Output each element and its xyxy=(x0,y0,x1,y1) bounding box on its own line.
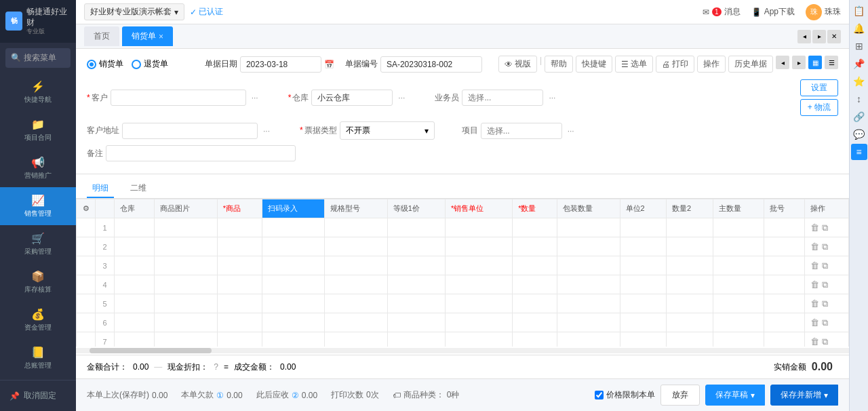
scrollbar-thumb[interactable] xyxy=(90,348,212,353)
row-qty-2[interactable] xyxy=(513,237,557,256)
project-input[interactable] xyxy=(481,123,562,139)
row-scan-2[interactable] xyxy=(262,237,325,256)
select-order-button[interactable]: ☰ 选单 xyxy=(615,56,653,73)
company-selector[interactable]: 好业财专业版演示帐套 ▾ xyxy=(84,3,184,20)
tab-close-all-button[interactable]: ✕ xyxy=(827,30,841,43)
project-more-button[interactable]: ··· xyxy=(565,125,577,137)
form-next-button[interactable]: ▸ xyxy=(792,56,806,69)
sidebar-item-marketing[interactable]: 📢 营销推广 xyxy=(0,149,76,187)
row-batch-1[interactable] xyxy=(764,218,804,237)
tab-home[interactable]: 首页 xyxy=(84,26,119,46)
abandon-button[interactable]: 放弃 xyxy=(660,385,700,406)
row-copy-1[interactable]: ⧉ xyxy=(822,222,828,233)
date-input[interactable] xyxy=(240,56,321,73)
customer-more-button[interactable]: ··· xyxy=(249,92,261,104)
table-tab-detail[interactable]: 明细 xyxy=(87,180,114,198)
price-limit-checkbox[interactable]: 价格限制本单 xyxy=(595,389,655,401)
table-tab-2d[interactable]: 二维 xyxy=(125,180,152,198)
row-warehouse-2[interactable] xyxy=(115,237,155,256)
tab-next-button[interactable]: ▸ xyxy=(812,30,826,43)
row-delete-6[interactable]: 🗑 xyxy=(810,317,819,328)
th-gear[interactable]: ⚙ xyxy=(77,199,96,218)
tab-prev-button[interactable]: ◂ xyxy=(797,30,811,43)
row-delete-2[interactable]: 🗑 xyxy=(810,241,819,252)
message-button[interactable]: ✉ 1 消息 xyxy=(703,6,741,18)
history-button[interactable]: 历史单据 xyxy=(728,56,773,73)
price-limit-check[interactable] xyxy=(595,391,604,399)
search-menu-button[interactable]: 🔍 搜索菜单 xyxy=(5,48,71,68)
horizontal-scrollbar[interactable] xyxy=(76,348,849,353)
app-download-button[interactable]: 📱 App下载 xyxy=(751,6,795,18)
sidebar-item-inventory[interactable]: 📦 库存核算 xyxy=(0,263,76,301)
print-button[interactable]: 🖨 打印 xyxy=(656,56,694,73)
sidebar-item-purchase[interactable]: 🛒 采购管理 xyxy=(0,225,76,263)
row-product-1[interactable] xyxy=(217,218,262,237)
row-delete-1[interactable]: 🗑 xyxy=(810,222,819,233)
logistics-button[interactable]: + 物流 xyxy=(800,99,838,116)
row-delete-7[interactable]: 🗑 xyxy=(810,336,819,347)
row-copy-3[interactable]: ⧉ xyxy=(822,260,828,271)
right-panel-icon-3[interactable]: ⊞ xyxy=(851,38,867,54)
sidebar-item-quick-nav[interactable]: ⚡ 快捷导航 xyxy=(0,73,76,111)
th-scan-input[interactable]: 扫码录入 xyxy=(262,199,325,218)
staff-more-button[interactable]: ··· xyxy=(546,92,558,104)
operation-button[interactable]: 操作 xyxy=(697,56,726,73)
calendar-icon[interactable]: 📅 xyxy=(324,60,334,69)
form-prev-button[interactable]: ◂ xyxy=(776,56,789,69)
staff-input[interactable] xyxy=(462,90,543,106)
row-delete-3[interactable]: 🗑 xyxy=(810,260,819,271)
row-qty-1[interactable] xyxy=(513,218,557,237)
th-quantity[interactable]: *数量 xyxy=(513,199,557,218)
shortcut-button[interactable]: 快捷键 xyxy=(576,56,612,73)
row-sales-unit-2[interactable] xyxy=(446,237,513,256)
row-copy-5[interactable]: ⧉ xyxy=(822,298,828,309)
sidebar-item-sales[interactable]: 📈 销售管理 xyxy=(0,187,76,225)
right-panel-icon-4[interactable]: 📌 xyxy=(851,56,867,72)
warehouse-input[interactable] xyxy=(311,90,393,106)
row-batch-2[interactable] xyxy=(764,237,804,256)
th-product[interactable]: *商品 xyxy=(217,199,262,218)
warehouse-more-button[interactable]: ··· xyxy=(395,92,408,104)
right-panel-icon-9[interactable]: ≡ xyxy=(851,144,867,160)
invoice-select[interactable]: 不开票 ▾ xyxy=(340,121,435,140)
sidebar-item-finance[interactable]: 💰 资金管理 xyxy=(0,301,76,339)
row-sales-unit-1[interactable] xyxy=(446,218,513,237)
order-number-input[interactable] xyxy=(380,56,482,73)
sidebar-item-ledger[interactable]: 📒 总账管理 xyxy=(0,339,76,377)
row-delete-5[interactable]: 🗑 xyxy=(810,298,819,309)
radio-return-order[interactable]: 退货单 xyxy=(132,58,168,70)
radio-sales-order[interactable]: 销货单 xyxy=(87,58,123,70)
notes-input[interactable] xyxy=(106,145,296,161)
preview-button[interactable]: 👁 视版 xyxy=(498,56,537,73)
unpin-button[interactable]: 📌 取消固定 xyxy=(5,386,71,406)
tab-sales-order[interactable]: 销货单 × xyxy=(122,26,173,46)
receivable-marker[interactable]: ② xyxy=(292,391,299,400)
arrears-marker[interactable]: ① xyxy=(216,391,224,400)
right-panel-icon-8[interactable]: 💬 xyxy=(851,126,867,142)
tab-close-button[interactable]: × xyxy=(159,32,163,41)
row-product-2[interactable] xyxy=(217,237,262,256)
help-button[interactable]: 帮助 xyxy=(545,56,573,73)
right-panel-icon-1[interactable]: 📋 xyxy=(851,3,867,19)
row-delete-4[interactable]: 🗑 xyxy=(810,279,819,290)
save-new-button[interactable]: 保存并新增 ▾ xyxy=(770,385,838,406)
settings-button[interactable]: 设置 xyxy=(800,79,838,96)
right-panel-icon-2[interactable]: 🔔 xyxy=(851,20,867,37)
row-copy-2[interactable]: ⧉ xyxy=(822,241,828,252)
row-copy-6[interactable]: ⧉ xyxy=(822,317,828,328)
row-scan-1[interactable] xyxy=(262,218,325,237)
addr-more-button[interactable]: ··· xyxy=(260,125,273,137)
row-warehouse-1[interactable] xyxy=(115,218,155,237)
right-panel-icon-6[interactable]: ↕ xyxy=(851,91,867,107)
row-copy-7[interactable]: ⧉ xyxy=(822,336,828,347)
user-info[interactable]: 珠 珠珠 xyxy=(806,4,841,20)
right-panel-icon-7[interactable]: 🔗 xyxy=(851,109,867,125)
row-copy-4[interactable]: ⧉ xyxy=(822,279,828,290)
right-panel-icon-5[interactable]: ⭐ xyxy=(851,73,867,90)
th-sales-unit[interactable]: *销售单位 xyxy=(446,199,513,218)
sidebar-item-project[interactable]: 📁 项目合同 xyxy=(0,111,76,149)
customer-input[interactable] xyxy=(111,90,246,106)
th-warehouse[interactable]: 仓库 xyxy=(115,199,155,218)
grid-view-button[interactable]: ▦ xyxy=(808,56,822,69)
save-draft-button[interactable]: 保存草稿 ▾ xyxy=(705,385,765,406)
